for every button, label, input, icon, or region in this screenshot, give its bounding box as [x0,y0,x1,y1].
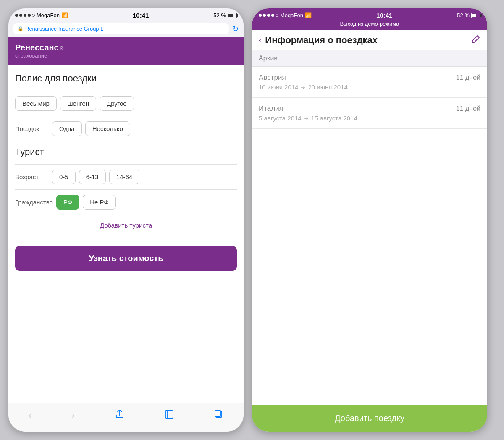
url-text: Renaissance Insurance Group L [25,26,103,32]
citizenship-row: Гражданство РФ Не РФ [15,195,237,210]
svg-rect-2 [215,411,221,416]
divider-3 [15,141,237,141]
destination-row: Весь мир Шенген Другое [15,96,237,111]
trip-item-1[interactable]: Италия 11 дней 5 августа 2014 ➔ 15 авгус… [252,98,487,129]
trip-row-1: Италия 11 дней [259,105,480,113]
brand-sup: ® [60,45,64,52]
btn-age-14-64[interactable]: 14-64 [109,170,139,184]
archive-header: Архив [252,50,487,67]
trip-arrow-1: ➔ [304,115,309,121]
battery-pct-left: 52 % [213,12,226,18]
time-right: 10:41 [376,12,392,19]
divider-4 [15,164,237,165]
trip-list: Австрия 11 дней 10 июня 2014 ➔ 20 июня 2… [252,67,487,405]
trip-dates-0: 10 июня 2014 ➔ 20 июня 2014 [259,84,480,91]
btn-age-6-13[interactable]: 6-13 [79,170,106,184]
trip-item-0[interactable]: Австрия 11 дней 10 июня 2014 ➔ 20 июня 2… [252,67,487,98]
trip-row-0: Австрия 11 дней [259,73,480,82]
signal-dots-right [259,14,278,17]
brand-logo: Ренессанс ® страхование [15,43,63,59]
add-tourist-link[interactable]: Добавить туриста [15,222,237,229]
battery-fill-left [228,14,233,17]
page-title-right: Информация о поездках [265,35,471,46]
brand-name: Ренессанс [15,43,59,52]
btn-schengen[interactable]: Шенген [60,96,96,111]
time-left: 10:41 [133,12,149,19]
forward-nav-button[interactable]: › [67,409,80,423]
divider-2 [15,116,237,116]
status-row-right: MegaFon 📶 10:41 52 % [259,12,480,19]
brand-subtitle: страхование [15,52,63,59]
trip-days-0: 11 дней [456,74,480,81]
btn-rf[interactable]: РФ [56,195,79,210]
bookmarks-button[interactable] [160,408,179,423]
calc-cost-button[interactable]: Узнать стоимость [15,246,237,271]
back-nav-button[interactable]: ‹ [24,409,37,423]
trip-date-from-0: 10 июня 2014 [259,84,298,91]
divider-6 [15,215,237,215]
carrier-right: MegaFon [280,12,303,18]
address-bar: 🔒 Renaissance Insurance Group L ↻ [8,21,244,37]
btn-age-0-5[interactable]: 0-5 [52,170,76,184]
svg-rect-0 [165,411,173,418]
policy-section-title: Полис для поездки [15,73,237,84]
trip-days-1: 11 дней [456,105,480,113]
signal-dots [15,14,35,17]
share-button[interactable] [110,408,129,423]
nav-header-right: ‹ Информация о поездках [252,30,487,50]
back-button-right[interactable]: ‹ [259,35,262,46]
battery-area-left: 52 % [213,12,237,18]
divider-1 [15,91,237,91]
right-phone: MegaFon 📶 10:41 52 % Выход из демо-режим… [252,8,487,432]
address-input[interactable]: 🔒 Renaissance Insurance Group L [13,23,229,34]
left-phone: MegaFon 📶 10:41 52 % 🔒 Renaissance Insur… [8,8,244,432]
battery-icon-right [471,13,480,18]
battery-fill-right [472,14,476,17]
archive-label: Архив [259,55,278,62]
btn-other[interactable]: Другое [100,96,134,111]
demo-exit-text[interactable]: Выход из демо-режима [259,19,480,30]
add-trip-button[interactable]: Добавить поездку [252,405,487,432]
reload-button[interactable]: ↻ [232,24,239,34]
carrier-left: MegaFon [37,12,60,18]
btn-vsmir[interactable]: Весь мир [15,96,57,111]
trips-row: Поездок Одна Несколько [15,121,237,136]
brand-header: Ренессанс ® страхование [8,37,244,65]
age-row: Возраст 0-5 6-13 14-64 [15,170,237,184]
bottom-toolbar: ‹ › [8,403,244,432]
trip-date-to-0: 20 июня 2014 [308,84,347,91]
edit-icon-right[interactable] [471,34,480,46]
battery-area-right: 52 % [457,12,480,18]
trip-arrow-0: ➔ [301,84,305,90]
wifi-icon-left: 📶 [61,12,68,18]
wifi-icon-right: 📶 [305,12,312,18]
trips-label: Поездок [15,125,49,132]
battery-icon-left [228,13,237,18]
trip-country-1: Италия [259,105,283,113]
age-label: Возраст [15,173,49,181]
battery-pct-right: 52 % [457,12,470,18]
tourist-section-title: Турист [15,147,237,157]
trip-country-0: Австрия [259,73,286,82]
main-content-left: Полис для поездки Весь мир Шенген Другое… [8,65,244,403]
btn-not-rf[interactable]: Не РФ [83,195,116,210]
status-bar-left: MegaFon 📶 10:41 52 % [8,8,244,21]
status-bar-right: MegaFon 📶 10:41 52 % Выход из демо-режим… [252,8,487,30]
trip-date-to-1: 15 августа 2014 [311,115,357,122]
trip-date-from-1: 5 августа 2014 [259,115,302,122]
citizenship-label: Гражданство [15,199,53,206]
tabs-button[interactable] [209,408,228,423]
btn-multiple-trips[interactable]: Несколько [85,121,130,136]
divider-5 [15,189,237,190]
divider-7 [15,236,237,236]
btn-one-trip[interactable]: Одна [52,121,82,136]
lock-icon: 🔒 [18,26,24,31]
trip-dates-1: 5 августа 2014 ➔ 15 августа 2014 [259,115,480,122]
